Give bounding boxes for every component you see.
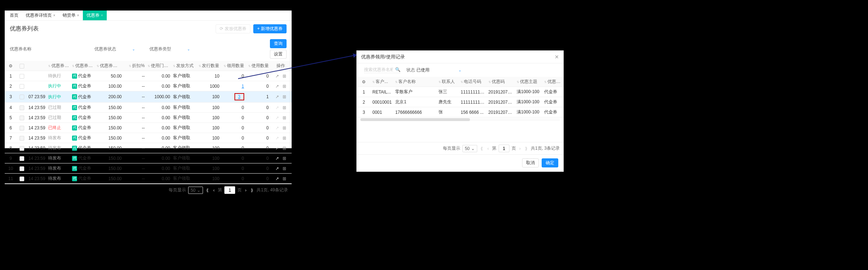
table-row[interactable]: 1 RETAIL... 零散客户 张三 11111111111 20191207… <box>357 87 563 97</box>
table-row[interactable]: 8 14 23:59 待发布 代代金券 150.00 -- 0.00 客户领取 … <box>5 143 292 153</box>
search-input[interactable] <box>364 67 393 72</box>
table-row[interactable]: 4 14 23:59 已过期 代代金券 150.00 -- 0.00 客户领取 … <box>5 103 292 113</box>
qr-icon[interactable]: ⊞ <box>282 105 287 110</box>
qr-icon[interactable]: ⊞ <box>282 136 287 141</box>
row-checkbox[interactable] <box>20 95 24 99</box>
modal-status-select[interactable]: 已使用⌄ <box>416 67 461 73</box>
qr-icon[interactable]: ⊞ <box>282 115 287 120</box>
share-icon[interactable]: ↗ <box>275 84 280 89</box>
pagination: 每页显示 50 ⌄ ⟪ ‹ 第 页 › ⟫ 共1页, 49条记录 <box>5 184 292 196</box>
chevron-down-icon: ⌄ <box>471 146 475 151</box>
main-table-wrap[interactable]: ⚙ ⇅优惠券状态 ⇅优惠券类型 ⇅优惠券面值 ⇅折扣% ⇅使用门槛... ⇅发放… <box>5 61 292 184</box>
row-checkbox <box>20 136 24 141</box>
status-badge: 执行中 <box>48 83 61 88</box>
first-page-icon[interactable]: ⟪ <box>479 146 484 151</box>
status-badge: 执行中 <box>48 94 61 99</box>
tab-sales-order[interactable]: 销货单× <box>59 11 83 20</box>
last-page-icon[interactable]: ⟫ <box>250 188 254 193</box>
tab-coupon-detail[interactable]: 优惠券详情页× <box>22 11 59 20</box>
filter-status-label: 优惠券状态 <box>94 46 116 52</box>
share-icon: ↗ <box>275 166 280 171</box>
add-coupon-button[interactable]: + 新增优惠券 <box>253 24 287 33</box>
qr-icon[interactable]: ⊞ <box>282 166 287 171</box>
table-row[interactable]: 2 00010001 北京1 唐先生 11111111111 201912070… <box>357 97 563 107</box>
qr-icon[interactable]: ⊞ <box>282 94 287 99</box>
table-row[interactable]: 11 14 23:59 待发布 代代金券 150.00 -- 0.00 客户领取… <box>5 174 292 184</box>
status-badge: 已过期 <box>48 115 61 120</box>
chevron-down-icon: ⌄ <box>132 47 135 51</box>
table-row[interactable]: 10 14 23:59 待发布 代代金券 150.00 -- 0.00 客户领取… <box>5 163 292 174</box>
table-header-row: ⚙ ⇅优惠券状态 ⇅优惠券类型 ⇅优惠券面值 ⇅折扣% ⇅使用门槛... ⇅发放… <box>5 61 292 71</box>
tab-coupon[interactable]: 优惠券× <box>83 11 107 20</box>
close-icon[interactable]: ✕ <box>555 54 559 60</box>
horizontal-scrollbar[interactable] <box>360 118 560 121</box>
coupon-name-input[interactable] <box>33 45 69 53</box>
table-row[interactable]: 3 07 23:59 执行中 代代金券 200.00 -- 1000.00 客户… <box>5 91 292 103</box>
usage-table: ⚙ ⇅客户... ⇅客户名称 ⇅联系人 ⇅电话号码 ⇅优惠码 ⇅优惠主题 ⇅优惠… <box>357 77 563 117</box>
voucher-icon: 代 <box>72 125 77 130</box>
table-row[interactable]: 5 14 23:59 已过期 代代金券 150.00 -- 0.00 客户领取 … <box>5 113 292 123</box>
table-row[interactable]: 3 0001 17666666666 张 156 6666 ... 201912… <box>357 107 563 117</box>
gear-icon[interactable]: ⚙ <box>361 79 367 84</box>
share-icon[interactable]: ↗ <box>275 94 280 99</box>
prev-page-icon[interactable]: ‹ <box>486 146 490 151</box>
first-page-icon[interactable]: ⟪ <box>205 188 210 193</box>
share-icon[interactable]: ↗ <box>275 74 280 79</box>
next-page-icon[interactable]: › <box>518 146 522 151</box>
prev-page-icon[interactable]: ‹ <box>212 188 216 193</box>
settings-button[interactable]: 设置 <box>270 50 287 59</box>
qr-icon[interactable]: ⊞ <box>282 74 287 79</box>
tab-home[interactable]: 首页 <box>6 11 22 20</box>
claimed-count-link: 0 <box>242 105 244 110</box>
claimed-count-link: 0 <box>242 125 244 130</box>
gear-icon[interactable]: ⚙ <box>8 63 13 68</box>
confirm-button[interactable]: 确定 <box>542 158 558 167</box>
table-row[interactable]: 6 14 23:59 已终止 代代金券 150.00 -- 0.00 客户领取 … <box>5 123 292 133</box>
close-icon[interactable]: × <box>77 13 79 17</box>
type-select[interactable]: ⌄ <box>173 47 190 51</box>
status-badge: 待发布 <box>48 135 61 140</box>
qr-icon[interactable]: ⊞ <box>282 84 287 89</box>
close-icon[interactable]: × <box>101 13 103 17</box>
row-checkbox[interactable] <box>20 84 24 89</box>
distribute-button: ⟳ 发放优惠券 <box>216 24 250 33</box>
last-page-icon[interactable]: ⟫ <box>524 146 529 151</box>
row-checkbox <box>20 116 24 120</box>
search-icon[interactable]: 🔍 <box>395 67 401 72</box>
main-window: 首页 优惠券详情页× 销货单× 优惠券× 优惠券列表 ⟳ 发放优惠券 + 新增优… <box>5 11 292 148</box>
query-button[interactable]: 查询 <box>270 39 287 48</box>
table-row[interactable]: 9 14 23:59 待发布 代代金券 150.00 -- 0.00 客户领取 … <box>5 153 292 163</box>
qr-icon[interactable]: ⊞ <box>282 176 287 181</box>
page-size-select[interactable]: 50 ⌄ <box>188 187 203 194</box>
row-checkbox[interactable] <box>20 74 24 79</box>
page-number-input[interactable] <box>224 186 235 194</box>
close-icon[interactable]: × <box>53 13 55 17</box>
table-row[interactable]: 2 执行中 代代金券 100.00 -- 0.00 客户领取 1000 1 0 … <box>5 81 292 91</box>
status-select[interactable]: ⌄ <box>118 47 135 51</box>
claimed-count-link[interactable]: 1 <box>242 84 244 89</box>
next-page-icon[interactable]: › <box>244 188 247 193</box>
claimed-count-link: 0 <box>242 166 244 171</box>
table-row[interactable]: 7 14 23:59 待发布 代代金券 150.00 -- 0.00 客户领取 … <box>5 133 292 143</box>
status-badge: 待发布 <box>48 145 61 150</box>
status-badge: 待发布 <box>48 166 61 171</box>
modal-title: 优惠券领用/使用记录 <box>361 54 405 60</box>
page-number-input[interactable] <box>499 145 509 152</box>
filter-bar: 优惠券名称 优惠券状态 ⌄ 优惠券类型 ⌄ 查询 设置 <box>5 37 292 61</box>
qr-icon[interactable]: ⊞ <box>282 125 287 130</box>
chevron-down-icon: ⌄ <box>458 68 461 72</box>
claimed-count-link: 0 <box>242 176 244 181</box>
row-checkbox <box>20 156 24 161</box>
chevron-down-icon: ⌄ <box>197 188 200 193</box>
row-checkbox <box>20 166 24 171</box>
share-icon: ↗ <box>275 146 280 151</box>
qr-icon[interactable]: ⊞ <box>282 156 287 161</box>
chevron-down-icon: ⌄ <box>187 47 190 51</box>
qr-icon[interactable]: ⊞ <box>282 146 287 151</box>
claimed-count-link[interactable]: 3 <box>234 93 244 100</box>
page-size-select[interactable]: 50 ⌄ <box>462 145 477 152</box>
cancel-button[interactable]: 取消 <box>522 158 539 167</box>
select-all-checkbox[interactable] <box>20 64 24 68</box>
row-checkbox <box>20 105 24 110</box>
table-row[interactable]: 1 待执行 代代金券 50.00 -- 0.00 客户领取 10 0 0 ↗⊞ <box>5 71 292 81</box>
